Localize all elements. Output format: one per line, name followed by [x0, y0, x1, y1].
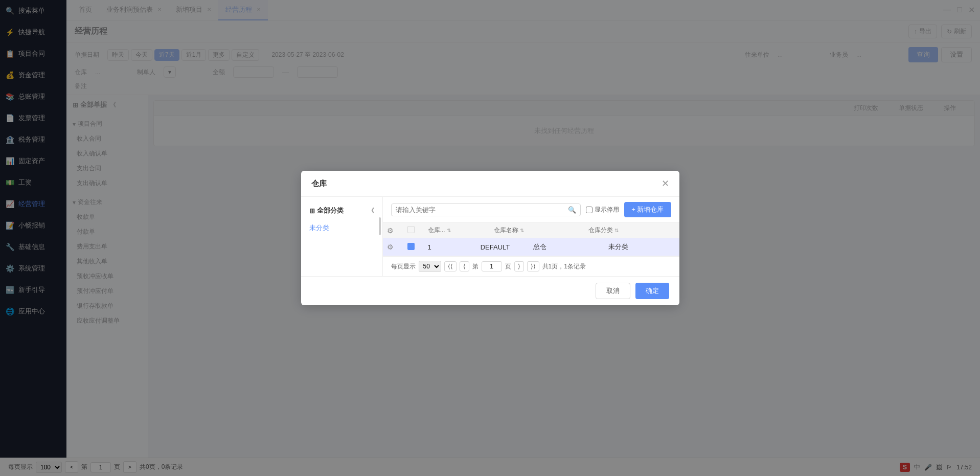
- row-category: 未分类: [604, 242, 679, 252]
- prev-page-button[interactable]: ⟨: [460, 261, 469, 271]
- row-code: DEFAULT: [476, 243, 529, 251]
- th-warehouse-name: 仓库名称 ⇅: [490, 226, 585, 235]
- search-icon[interactable]: 🔍: [568, 206, 576, 214]
- warehouse-dialog: 仓库 ✕ ⊞ 全部分类 《 未分类: [301, 171, 679, 305]
- checkbox-col-header: [403, 226, 424, 235]
- add-warehouse-button[interactable]: + 新增仓库: [624, 202, 671, 217]
- dialog-category-unclassified[interactable]: 未分类: [301, 219, 382, 237]
- row-index: 1: [424, 243, 476, 251]
- dialog-left-title: 全部分类: [317, 206, 344, 215]
- settings-col-header: ⚙: [383, 226, 403, 235]
- row-gear-col: ⚙: [383, 243, 403, 251]
- th-warehouse-code: 仓库... ⇅: [424, 226, 490, 235]
- dialog-table: ⚙ 仓库... ⇅ 仓库名称 ⇅: [383, 223, 679, 256]
- dialog-table-row[interactable]: ⚙ 1 DEFAULT 总仓: [383, 238, 679, 256]
- left-scroll-thumb: [379, 217, 381, 235]
- sort-icon-category[interactable]: ⇅: [614, 228, 619, 233]
- search-box: 🔍: [391, 203, 581, 216]
- row-settings-icon[interactable]: ⚙: [387, 243, 394, 251]
- pagination-controls: 每页显示 50 ⟨⟨ ⟨ 第 页 ⟩ ⟩⟩ 共1页，1条记录: [391, 261, 586, 272]
- page-size-select[interactable]: 50: [419, 261, 441, 272]
- page-label: 第: [472, 262, 478, 271]
- cancel-button[interactable]: 取消: [596, 283, 630, 299]
- dialog-toolbar: 🔍 显示停用 + 新增仓库: [383, 197, 679, 223]
- confirm-button[interactable]: 确定: [635, 283, 669, 299]
- page-size-label: 每页显示: [391, 262, 416, 271]
- column-settings-icon[interactable]: ⚙: [387, 226, 394, 235]
- dialog-actions: 取消 确定: [301, 276, 679, 305]
- row-checkbox[interactable]: [407, 243, 415, 250]
- left-scrollbar[interactable]: [378, 217, 381, 276]
- first-page-button[interactable]: ⟨⟨: [444, 261, 457, 271]
- dialog-body: ⊞ 全部分类 《 未分类 🔍: [301, 197, 679, 276]
- search-input[interactable]: [396, 206, 568, 214]
- next-page-button[interactable]: ⟩: [514, 261, 524, 271]
- dialog-right-panel: 🔍 显示停用 + 新增仓库 ⚙: [383, 197, 679, 276]
- dialog-overlay: 仓库 ✕ ⊞ 全部分类 《 未分类: [0, 0, 980, 476]
- total-label: 共1页，1条记录: [542, 262, 586, 271]
- unclassified-label: 未分类: [309, 223, 329, 233]
- last-page-button[interactable]: ⟩⟩: [527, 261, 539, 271]
- dialog-title: 仓库: [311, 179, 327, 189]
- dialog-collapse-icon[interactable]: 《: [368, 207, 374, 215]
- dialog-header: 仓库 ✕: [301, 171, 679, 197]
- show-disabled-checkbox[interactable]: [586, 207, 592, 213]
- show-disabled-label[interactable]: 显示停用: [586, 206, 619, 214]
- sort-icon-name[interactable]: ⇅: [520, 228, 524, 233]
- th-warehouse-category: 仓库分类 ⇅: [584, 226, 679, 235]
- dialog-left-panel: ⊞ 全部分类 《 未分类: [301, 197, 383, 276]
- dialog-close-icon[interactable]: ✕: [662, 178, 669, 189]
- dialog-table-header: ⚙ 仓库... ⇅ 仓库名称 ⇅: [383, 223, 679, 238]
- page-number-input[interactable]: [482, 261, 502, 271]
- row-checkbox-col: [403, 243, 424, 252]
- select-all-checkbox[interactable]: [407, 226, 415, 233]
- sort-icon-code[interactable]: ⇅: [447, 228, 451, 233]
- dialog-footer-pagination: 每页显示 50 ⟨⟨ ⟨ 第 页 ⟩ ⟩⟩ 共1页，1条记录: [383, 256, 679, 276]
- page-unit: 页: [505, 262, 511, 271]
- category-grid-icon: ⊞: [309, 207, 315, 215]
- dialog-left-header: ⊞ 全部分类 《: [301, 202, 382, 219]
- row-name: 总仓: [529, 242, 604, 252]
